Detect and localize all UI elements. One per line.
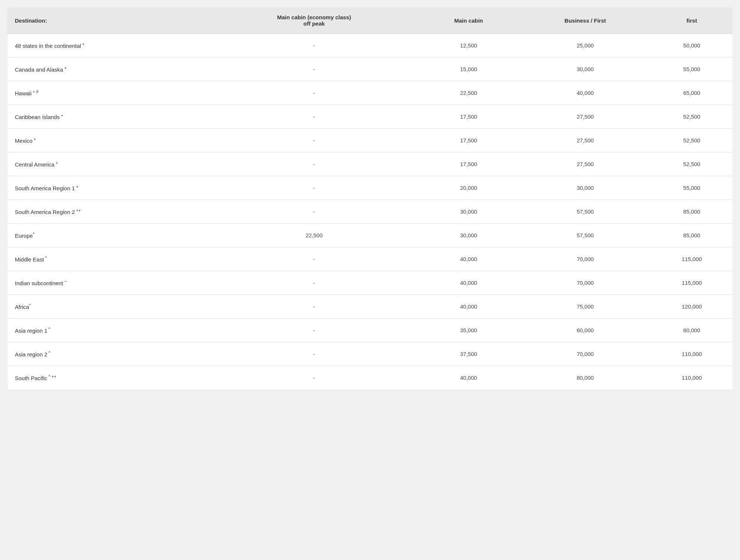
table-row: Canada and Alaska +-15,00030,00055,000: [7, 57, 733, 81]
cell-offpeak: -: [210, 34, 418, 57]
cell-offpeak: -: [210, 366, 418, 390]
cell-offpeak: -: [210, 271, 418, 295]
cell-businessfirst: 70,000: [520, 271, 651, 295]
cell-first: 55,000: [651, 57, 733, 81]
table-row: Indian subcontinent ~-40,00070,000115,00…: [7, 271, 733, 295]
cell-first: 110,000: [651, 366, 733, 390]
cell-destination: Africa*: [7, 295, 210, 319]
table-row: Central America +-17,50027,50052,500: [7, 152, 733, 176]
cell-first: 85,000: [651, 200, 733, 224]
cell-destination: Canada and Alaska +: [7, 57, 210, 81]
table-row: South America Region 1 +-20,00030,00055,…: [7, 176, 733, 200]
cell-destination: Asia region 1 ^: [7, 319, 210, 342]
cell-maincabin: 12,500: [418, 34, 520, 57]
cell-destination: Indian subcontinent ~: [7, 271, 210, 295]
cell-offpeak: -: [210, 247, 418, 271]
cell-offpeak: -: [210, 129, 418, 152]
cell-businessfirst: 40,000: [520, 81, 651, 105]
cell-destination: Central America +: [7, 152, 210, 176]
award-chart-table: Destination: Main cabin (economy class)o…: [7, 7, 733, 389]
cell-businessfirst: 30,000: [520, 176, 651, 200]
cell-maincabin: 20,000: [418, 176, 520, 200]
cell-first: 50,000: [651, 34, 733, 57]
cell-offpeak: -: [210, 152, 418, 176]
cell-businessfirst: 25,000: [520, 34, 651, 57]
cell-maincabin: 30,000: [418, 200, 520, 224]
cell-offpeak: -: [210, 342, 418, 366]
table-row: Europe*22,50030,00057,50085,000: [7, 224, 733, 247]
table-row: South Pacific ^ ++-40,00080,000110,000: [7, 366, 733, 390]
cell-first: 115,000: [651, 271, 733, 295]
cell-maincabin: 40,000: [418, 295, 520, 319]
cell-maincabin: 37,500: [418, 342, 520, 366]
table-row: Africa*-40,00075,000120,000: [7, 295, 733, 319]
cell-maincabin: 22,500: [418, 81, 520, 105]
cell-first: 115,000: [651, 247, 733, 271]
table-row: Caribbean Islands +-17,50027,50052,500: [7, 105, 733, 129]
cell-destination: South America Region 2 ++: [7, 200, 210, 224]
cell-businessfirst: 27,500: [520, 105, 651, 129]
cell-destination: 48 states in the continental +: [7, 34, 210, 57]
table-header-row: Destination: Main cabin (economy class)o…: [7, 7, 733, 34]
cell-maincabin: 30,000: [418, 224, 520, 247]
table-row: Hawaii + #-22,50040,00065,000: [7, 81, 733, 105]
cell-first: 120,000: [651, 295, 733, 319]
header-first: first: [651, 7, 733, 34]
cell-offpeak: -: [210, 200, 418, 224]
cell-businessfirst: 75,000: [520, 295, 651, 319]
cell-destination: South Pacific ^ ++: [7, 366, 210, 390]
cell-first: 52,500: [651, 129, 733, 152]
cell-maincabin: 40,000: [418, 247, 520, 271]
cell-businessfirst: 30,000: [520, 57, 651, 81]
cell-businessfirst: 60,000: [520, 319, 651, 342]
main-table-container: Destination: Main cabin (economy class)o…: [7, 7, 733, 389]
cell-destination: Caribbean Islands +: [7, 105, 210, 129]
header-destination: Destination:: [7, 7, 210, 34]
cell-businessfirst: 27,500: [520, 152, 651, 176]
cell-first: 55,000: [651, 176, 733, 200]
cell-destination: Hawaii + #: [7, 81, 210, 105]
cell-first: 110,000: [651, 342, 733, 366]
cell-maincabin: 40,000: [418, 366, 520, 390]
cell-maincabin: 17,500: [418, 105, 520, 129]
cell-first: 80,000: [651, 319, 733, 342]
cell-first: 85,000: [651, 224, 733, 247]
cell-offpeak: -: [210, 57, 418, 81]
cell-maincabin: 15,000: [418, 57, 520, 81]
cell-businessfirst: 57,500: [520, 224, 651, 247]
header-businessfirst: Business / First: [520, 7, 651, 34]
header-offpeak: Main cabin (economy class)off peak: [210, 7, 418, 34]
cell-destination: Mexico +: [7, 129, 210, 152]
cell-first: 52,500: [651, 105, 733, 129]
cell-offpeak: -: [210, 295, 418, 319]
table-row: South America Region 2 ++-30,00057,50085…: [7, 200, 733, 224]
table-row: Middle East *-40,00070,000115,000: [7, 247, 733, 271]
table-row: Asia region 2 ^-37,50070,000110,000: [7, 342, 733, 366]
cell-businessfirst: 70,000: [520, 247, 651, 271]
cell-destination: Asia region 2 ^: [7, 342, 210, 366]
table-row: 48 states in the continental +-12,50025,…: [7, 34, 733, 57]
cell-offpeak: -: [210, 81, 418, 105]
table-row: Mexico +-17,50027,50052,500: [7, 129, 733, 152]
cell-offpeak: -: [210, 319, 418, 342]
cell-destination: Europe*: [7, 224, 210, 247]
cell-maincabin: 35,000: [418, 319, 520, 342]
cell-businessfirst: 57,500: [520, 200, 651, 224]
cell-businessfirst: 70,000: [520, 342, 651, 366]
cell-maincabin: 17,500: [418, 129, 520, 152]
cell-maincabin: 17,500: [418, 152, 520, 176]
cell-offpeak: -: [210, 105, 418, 129]
cell-offpeak: 22,500: [210, 224, 418, 247]
cell-offpeak: -: [210, 176, 418, 200]
header-maincabin: Main cabin: [418, 7, 520, 34]
cell-businessfirst: 27,500: [520, 129, 651, 152]
cell-destination: South America Region 1 +: [7, 176, 210, 200]
cell-businessfirst: 80,000: [520, 366, 651, 390]
table-row: Asia region 1 ^-35,00060,00080,000: [7, 319, 733, 342]
cell-first: 65,000: [651, 81, 733, 105]
cell-destination: Middle East *: [7, 247, 210, 271]
cell-first: 52,500: [651, 152, 733, 176]
cell-maincabin: 40,000: [418, 271, 520, 295]
